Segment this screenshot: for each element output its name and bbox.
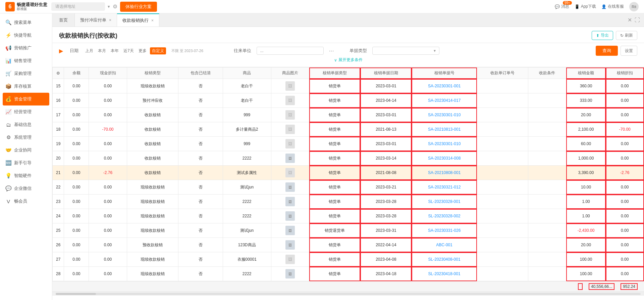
product-image: 🖼 xyxy=(285,226,295,235)
operations-icon: 📈 xyxy=(5,109,11,115)
date-btn-more[interactable]: 更多 xyxy=(137,47,148,54)
tab-verify[interactable]: 收款核销执行 × xyxy=(117,13,159,27)
voucher-type-select[interactable]: ▾ xyxy=(372,47,439,55)
sidebar-item-wechat[interactable]: 💬 企业微信 xyxy=(0,182,52,195)
cell-verify-doc-no[interactable]: SL-20230328-002 xyxy=(412,209,477,223)
sidebar-item-label: 新手引导 xyxy=(14,160,32,166)
sidebar-item-purchase[interactable]: 🛒 采购管理 xyxy=(0,67,52,80)
table-row: 26 0.00 0.00 预收款核销 否 123D商品 🖼 销货单 2022-0… xyxy=(53,238,644,252)
cell-cash-discount: 0.00 xyxy=(89,223,127,238)
table-container[interactable]: ⚙ 余额 现金折扣 核销类型 包含已结清 商品 商品图片 核销单据类型 核销单据… xyxy=(52,67,644,300)
cell-cash-discount: 0.00 xyxy=(89,79,127,93)
app-download-link[interactable]: 📱 App下载 xyxy=(575,4,596,9)
cell-verify-doc-type: 销货单 xyxy=(309,108,361,122)
cell-row-num: 27 xyxy=(53,252,64,267)
cell-verify-type: 现续收款核销 xyxy=(127,195,178,209)
product-image: 🖼 xyxy=(285,211,295,221)
sidebar-item-system[interactable]: ⚙ 系统管理 xyxy=(0,131,52,144)
sidebar-item-smart-hw[interactable]: 💡 智能硬件 xyxy=(0,169,52,182)
partner-input[interactable] xyxy=(257,47,324,55)
sidebar-item-finance[interactable]: 💰 资金管理 xyxy=(3,93,49,105)
cell-verify-doc-no[interactable]: SA-20230331-026 xyxy=(412,223,477,238)
cell-product-img: 🖼 xyxy=(271,137,309,151)
notification-btn[interactable]: 💬 消息 99+ xyxy=(555,4,569,9)
scrollbar-thumb[interactable] xyxy=(56,293,96,295)
cell-verify-amount: 20.00 xyxy=(566,108,606,122)
settings-button[interactable]: 设置 xyxy=(621,46,637,56)
refresh-button[interactable]: ↻ 刷新 xyxy=(616,31,637,40)
cell-receipt-order-no xyxy=(477,137,528,151)
cell-receipt-order-no xyxy=(477,238,528,252)
sidebar-item-sales[interactable]: 📊 销售管理 xyxy=(0,54,52,67)
cell-row-num: 23 xyxy=(53,195,64,209)
sidebar-item-quick-nav[interactable]: ⚡ 快捷导航 xyxy=(0,29,52,42)
cell-product-img: 🖼 xyxy=(271,151,309,166)
cell-verify-type: 现续收款核销 xyxy=(127,267,178,281)
sidebar-item-label: 系统管理 xyxy=(14,134,32,140)
export-button[interactable]: ⬆ 导出 xyxy=(592,31,613,40)
notif-badge: 99+ xyxy=(563,1,572,5)
cell-verify-doc-no[interactable]: SA-20230321-012 xyxy=(412,180,477,195)
sidebar-item-basic-info[interactable]: 🗂 基础信息 xyxy=(0,118,52,131)
message-icon: 💬 xyxy=(555,4,560,9)
cell-product: 测试jun xyxy=(223,223,271,238)
tab-close-verify[interactable]: × xyxy=(151,18,154,23)
date-btn-7days[interactable]: 近7天 xyxy=(122,47,135,54)
date-btn-custom[interactable]: 自定义 xyxy=(150,47,166,54)
expand-conditions-btn[interactable]: ∨ 展开更多条件 xyxy=(334,57,363,63)
date-btn-this-year[interactable]: 本年 xyxy=(109,47,120,54)
sidebar-item-marketing[interactable]: 📢 营销推广 xyxy=(0,42,52,54)
system-icon: ⚙ xyxy=(5,134,11,140)
query-button[interactable]: 查询 xyxy=(596,46,618,56)
close-tab-icon[interactable]: ✕ xyxy=(628,17,632,23)
table-row: 28 0.00 0.00 现续收款核销 否 2222 🖼 销货单 2023-04… xyxy=(53,267,644,281)
maximize-icon[interactable]: ⛶ xyxy=(635,17,640,23)
col-settings[interactable]: ⚙ xyxy=(53,68,64,79)
gear-icon[interactable]: ⚙ xyxy=(113,3,117,10)
cell-verify-amount: 3,390.00 xyxy=(566,166,606,180)
user-avatar[interactable]: Rit xyxy=(629,2,639,11)
date-btn-last-month[interactable]: 上月 xyxy=(84,47,95,54)
cell-verify-doc-no[interactable]: SA-20210813-001 xyxy=(412,122,477,137)
sidebar-item-operations[interactable]: 📈 经营管理 xyxy=(0,105,52,118)
cell-cash-discount: -70.00 xyxy=(89,122,127,137)
sidebar-item-enterprise[interactable]: 🤝 企业协同 xyxy=(0,144,52,157)
sidebar-item-search[interactable]: 🔍 搜索菜单 xyxy=(0,16,52,29)
cell-verify-doc-no[interactable]: SA-20230301-001 xyxy=(412,79,477,93)
cell-verify-type: 现续收款核销 xyxy=(127,209,178,223)
tab-home[interactable]: 首页 xyxy=(52,13,75,27)
col-cash-discount: 现金折扣 xyxy=(89,68,127,79)
sidebar-item-newbie[interactable]: 🆕 新手引导 xyxy=(0,157,52,169)
date-btn-this-month[interactable]: 本月 xyxy=(97,47,107,54)
collapse-arrow-icon[interactable]: ▶ xyxy=(59,48,63,54)
sidebar-item-member[interactable]: V 畅会员 xyxy=(0,195,52,208)
cell-product: 2222 xyxy=(223,151,271,166)
cell-verify-doc-date: 2023-03-28 xyxy=(360,195,412,209)
horizontal-scrollbar[interactable] xyxy=(52,292,644,296)
cell-verify-doc-no[interactable]: SA-20230414-017 xyxy=(412,93,477,108)
tab-bar: 首页 预付冲应付单 × 收款核销执行 × ✕ ⛶ xyxy=(52,13,644,27)
cell-receipt-condition xyxy=(528,238,566,252)
cell-verify-doc-no[interactable]: SA-20210808-001 xyxy=(412,166,477,180)
online-service-link[interactable]: 👤 在线客服 xyxy=(601,4,624,9)
address-display[interactable]: 请选择地址 xyxy=(51,2,105,11)
cell-verify-doc-no[interactable]: SL-20230328-001 xyxy=(412,195,477,209)
cell-verify-doc-no[interactable]: SA-20230301-010 xyxy=(412,108,477,122)
cell-verify-doc-no[interactable]: SL-20230408-001 xyxy=(412,252,477,267)
tab-prepay[interactable]: 预付冲应付单 × xyxy=(75,13,117,27)
cell-verify-doc-no[interactable]: SA-20230314-008 xyxy=(412,151,477,166)
main-content: 首页 预付冲应付单 × 收款核销执行 × ✕ ⛶ 收款核销执行(按收款) ⬆ 导… xyxy=(52,13,644,300)
cell-receipt-order-no xyxy=(477,93,528,108)
cell-verify-doc-no[interactable]: SA-20230301-010 xyxy=(412,137,477,151)
cell-included: 否 xyxy=(178,252,223,267)
col-verify-doc-no: 核销单据号 xyxy=(412,68,477,79)
sidebar-item-inventory[interactable]: 📦 库存核算 xyxy=(0,80,52,93)
cell-product: 999 xyxy=(223,108,271,122)
industry-btn[interactable]: 休验行业方案 xyxy=(120,2,157,12)
cell-verify-doc-date: 2023-03-21 xyxy=(360,180,412,195)
ellipsis-icon[interactable]: ··· xyxy=(329,47,334,54)
tab-close-prepay[interactable]: × xyxy=(109,18,111,23)
cell-cash-discount: 0.00 xyxy=(89,93,127,108)
cell-verify-doc-no[interactable]: ABC-001 xyxy=(412,238,477,252)
cell-verify-doc-no[interactable]: SL-20230418-001 xyxy=(412,267,477,281)
